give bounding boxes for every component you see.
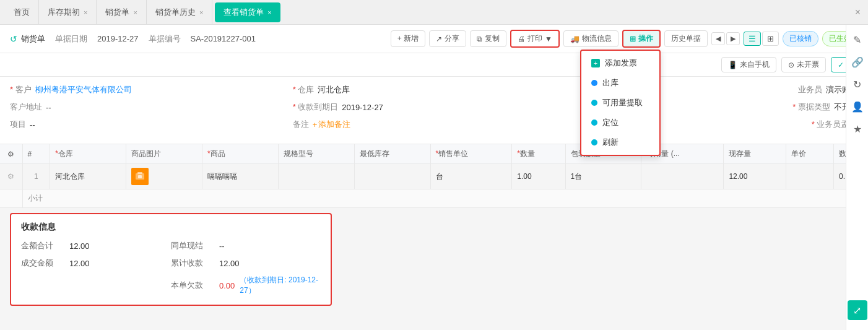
table-row: ⚙ 1 河北仓库 嗝嗝嗝嗝 — [0, 164, 868, 189]
from-phone-chip[interactable]: 📱 来自手机 — [721, 57, 776, 72]
not-invoiced-label: 未开票 — [797, 59, 819, 70]
locate-label: 定位 — [602, 117, 618, 128]
number-value: SA-20191227-001 — [191, 34, 256, 43]
doc-title-icon: ↺ — [10, 34, 17, 44]
remark-label: 备注 — [293, 119, 309, 130]
warehouse-value: 河北仓库 — [318, 84, 350, 95]
sidebar-link-icon[interactable]: 🔗 — [848, 52, 867, 72]
owed-row: 本单欠款 0.00 （收款到期日: 2019-12-27） — [171, 274, 321, 297]
form-row-3: 项目 -- 备注 + 添加备注 业务员孟 -- — [10, 119, 858, 130]
form-section: 客户 柳州粤港平安气体有限公司 仓库 河北仓库 业务员 演示账号 客户地址 -- — [0, 77, 868, 144]
product-image — [131, 168, 149, 185]
not-invoiced-chip[interactable]: ⊙ 未开票 — [781, 57, 826, 72]
tab-view-sales-close[interactable]: × — [267, 9, 271, 16]
row-stock: 12.00 — [724, 164, 786, 189]
remark-field: 备注 + 添加备注 — [293, 119, 576, 130]
logistics-button[interactable]: 🚚 物流信息 — [563, 30, 618, 47]
sidebar-edit-icon[interactable]: ✎ — [848, 30, 867, 50]
operation-dropdown-container: ⊞ 操作 + 添加发票 出库 — [622, 30, 661, 48]
col-min-stock: 最低库存 — [354, 144, 430, 164]
tab-inventory-close[interactable]: × — [84, 9, 87, 16]
new-button[interactable]: + 新增 — [391, 30, 425, 47]
col-price: 单价 — [786, 144, 834, 164]
product-table-wrapper: ⚙ # *仓库 商品图片 *商品 规格型号 最低库存 *销售单位 *数量 包装数… — [0, 144, 868, 208]
available-qty-icon — [591, 100, 597, 106]
sidebar-expand-icon[interactable]: ⤢ — [848, 300, 867, 320]
row-available — [641, 164, 724, 189]
payment-date-value: 2019-12-27 — [342, 103, 383, 112]
next-button[interactable]: ▶ — [726, 32, 740, 45]
tab-home-label: 首页 — [14, 7, 30, 18]
row-qty: 1.00 — [512, 164, 565, 189]
share-label: 分享 — [445, 33, 459, 44]
ticket-label: 票据类型 — [792, 102, 830, 113]
history-button[interactable]: 历史单据 — [664, 30, 708, 47]
total-amount-row: 金额合计 12.00 — [21, 239, 171, 253]
row-gear[interactable]: ⚙ — [0, 164, 22, 189]
right-sidebar: ✎ 🔗 ↻ 👤 ★ ⤢ — [846, 25, 868, 330]
deal-amount-row: 成交金额 12.00 — [21, 256, 171, 270]
menu-out-warehouse[interactable]: 出库 — [581, 73, 659, 93]
row-min-stock — [354, 164, 430, 189]
print-button[interactable]: 🖨 打印 ▼ — [510, 30, 560, 48]
col-qty: *数量 — [512, 144, 565, 164]
operation-icon: ⊞ — [630, 35, 636, 43]
copy-label: 复制 — [485, 33, 500, 44]
employee-label: 业务员 — [798, 84, 822, 95]
add-invoice-icon: + — [591, 59, 600, 67]
col-gear[interactable]: ⚙ — [0, 144, 22, 164]
operation-button[interactable]: ⊞ 操作 — [622, 30, 661, 48]
deal-amount-value: 12.00 — [69, 259, 90, 268]
sidebar-star-icon[interactable]: ★ — [848, 119, 867, 139]
tab-sales[interactable]: 销货单 × — [97, 0, 146, 25]
doc-title-text: 销货单 — [21, 33, 45, 45]
col-num: # — [22, 144, 50, 164]
grid-view-button[interactable]: ⊞ — [762, 32, 779, 46]
menu-refresh[interactable]: 刷新 — [581, 132, 659, 152]
col-stock: 现存量 — [724, 144, 786, 164]
col-spec: 规格型号 — [278, 144, 354, 164]
address-field: 客户地址 -- — [10, 102, 293, 113]
prev-button[interactable]: ◀ — [711, 32, 725, 45]
same-order-value: -- — [219, 241, 225, 251]
tab-home[interactable]: 首页 — [5, 0, 39, 25]
tab-inventory[interactable]: 库存期初 × — [39, 0, 97, 25]
cumulative-label: 累计收款 — [171, 258, 214, 269]
deal-amount-label: 成交金额 — [21, 258, 64, 269]
tab-view-sales[interactable]: 查看销货单 × — [215, 2, 280, 22]
sidebar-rotate-icon[interactable]: ↻ — [848, 74, 867, 94]
tab-view-sales-label: 查看销货单 — [224, 7, 264, 18]
share-icon: ↗ — [436, 35, 442, 43]
list-view-button[interactable]: ☰ — [744, 32, 761, 46]
payment-grid: 金额合计 12.00 同单现结 -- 成交金额 12.00 累计收款 12.00… — [21, 239, 321, 297]
share-button[interactable]: ↗ 分享 — [429, 30, 466, 47]
address-label: 客户地址 — [10, 102, 42, 113]
warehouse-label: 仓库 — [293, 84, 315, 95]
menu-locate[interactable]: 定位 — [581, 113, 659, 132]
customer-field: 客户 柳州粤港平安气体有限公司 — [10, 84, 293, 95]
svg-rect-2 — [138, 175, 142, 178]
copy-button[interactable]: ⧉ 复制 — [470, 30, 506, 47]
remark-add-button[interactable]: + 添加备注 — [313, 119, 351, 130]
action-bar: 📱 来自手机 ⊙ 未开票 ✓ E — [0, 53, 868, 77]
sidebar-person-icon[interactable]: 👤 — [848, 97, 867, 116]
col-product-img: 商品图片 — [126, 144, 202, 164]
customer-value[interactable]: 柳州粤港平安气体有限公司 — [35, 84, 132, 95]
tab-sales-history[interactable]: 销货单历史 × — [147, 0, 212, 25]
menu-available-qty[interactable]: 可用量提取 — [581, 93, 659, 113]
print-label: 打印 — [527, 33, 542, 44]
close-main-button[interactable]: × — [855, 7, 861, 18]
logistics-icon: 🚚 — [570, 35, 579, 43]
print-icon: 🖨 — [518, 35, 525, 43]
row-warehouse: 河北仓库 — [50, 164, 126, 189]
row-product-img — [126, 164, 202, 189]
operation-dropdown-menu: + 添加发票 出库 可用量提取 定位 — [580, 50, 661, 156]
date-label: 单据日期 — [55, 33, 87, 45]
history-label: 历史单据 — [671, 33, 701, 44]
subtotal-gear — [0, 189, 22, 208]
form-row-2: 客户地址 -- 收款到期日 2019-12-27 票据类型 不开票 — [10, 102, 858, 113]
menu-add-invoice[interactable]: + 添加发票 — [581, 53, 659, 73]
tab-sales-history-close[interactable]: × — [199, 9, 203, 16]
tab-sales-close[interactable]: × — [133, 9, 137, 16]
total-amount-label: 金额合计 — [21, 240, 64, 251]
